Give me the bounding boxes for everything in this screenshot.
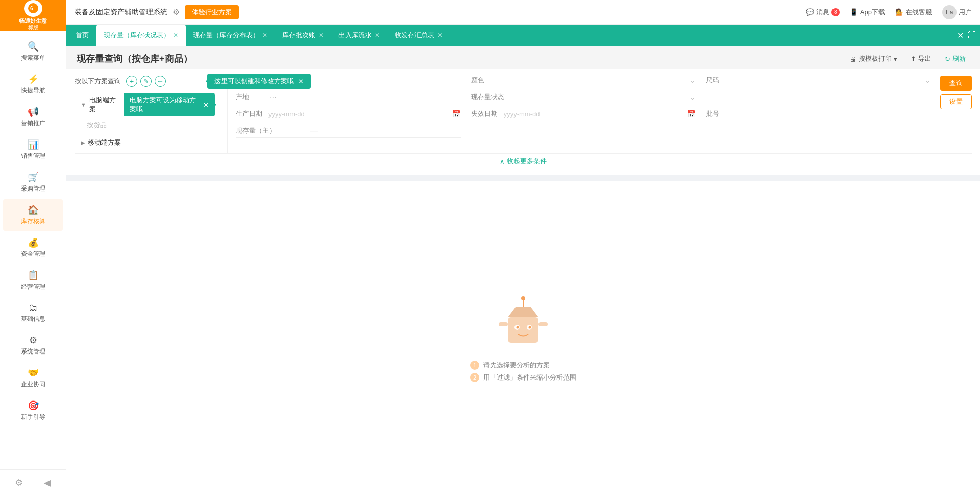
sidebar-item-basic[interactable]: 🗂 基础信息 xyxy=(3,297,63,328)
size-label: 尺码 xyxy=(706,76,737,85)
refresh-button[interactable]: ↻ 刷新 xyxy=(941,52,970,65)
exp-date-input[interactable] xyxy=(504,110,685,118)
filter-field-color: 颜色 ⌄ xyxy=(471,76,696,87)
batch-no-input[interactable] xyxy=(740,110,931,118)
filter-field-batch-no: 批号 xyxy=(706,109,931,121)
tab-batch[interactable]: 库存批次账 ✕ xyxy=(275,25,331,46)
app-download-label: App下载 xyxy=(860,8,885,17)
sidebar-item-label: 库存核算 xyxy=(21,217,45,226)
print-icon: 🖨 xyxy=(850,55,856,63)
sidebar-item-finance[interactable]: 💰 资金管理 xyxy=(3,232,63,264)
page-header: 现存量查询（按仓库+商品） 🖨 按模板打印 ▾ ⬆ 导出 ↻ 刷新 xyxy=(66,46,980,69)
collapse-bar[interactable]: ∧ 收起更多条件 xyxy=(75,153,972,169)
prod-date-input[interactable] xyxy=(268,110,450,118)
sidebar-item-marketing[interactable]: 📢 营销推广 xyxy=(3,101,63,133)
search-button[interactable]: 查询 xyxy=(940,76,972,91)
print-button[interactable]: 🖨 按模板打印 ▾ xyxy=(846,52,901,65)
chevron-down-icon: ▼ xyxy=(81,102,86,108)
qty-label: 现存量（主） xyxy=(236,126,276,135)
reset-button[interactable]: 设置 xyxy=(940,94,972,109)
svg-point-0 xyxy=(28,3,38,13)
sidebar-item-purchase[interactable]: 🛒 采购管理 xyxy=(3,167,63,198)
add-scheme-button[interactable]: + xyxy=(126,76,137,87)
svg-rect-2 xyxy=(508,317,538,343)
size-chevron-icon[interactable]: ⌄ xyxy=(925,76,931,84)
tab-inout[interactable]: 出入库流水 ✕ xyxy=(331,25,387,46)
sidebar-item-guide[interactable]: 🎯 新手引导 xyxy=(3,395,63,427)
arrow-scheme-button[interactable]: ← xyxy=(155,76,166,87)
collab-icon: 🤝 xyxy=(28,367,39,379)
status-chevron-icon[interactable]: ⌄ xyxy=(690,93,696,101)
scheme-mobile-label: 移动端方案 xyxy=(88,138,121,147)
tab-close-icon[interactable]: ✕ xyxy=(318,32,324,39)
fullscreen-icon[interactable]: ⛶ xyxy=(968,31,976,40)
tabs-actions: ✕ ⛶ xyxy=(957,31,980,40)
tip-text-1: 请先选择要分析的方案 xyxy=(483,361,550,370)
sidebar-logo-text: 畅通好生意 标版 xyxy=(19,18,47,31)
tab-summary[interactable]: 收发存汇总表 ✕ xyxy=(387,25,450,46)
system-name: 装备及固定资产辅助管理系统 xyxy=(75,8,167,17)
nav-icon: ⚡ xyxy=(28,74,39,85)
qty-max-input[interactable] xyxy=(321,127,351,135)
tip-text-2: 用「过滤」条件来缩小分析范围 xyxy=(483,373,576,382)
sidebar-item-sales[interactable]: 📊 销售管理 xyxy=(3,134,63,166)
empty-illustration xyxy=(493,294,554,352)
scheme-group-mobile-header[interactable]: ▶ 移动端方案 xyxy=(75,136,221,149)
tab-inventory-status[interactable]: 现存量（库存状况表） ✕ xyxy=(96,25,186,46)
prod-date-label: 生产日期 xyxy=(236,109,266,119)
user-label: 用户 xyxy=(959,8,972,17)
sidebar: 6 畅通好生意 标版 🔍 搜索菜单 ⚡ 快捷导航 📢 营销推广 📊 销售管理 🛒… xyxy=(0,0,66,495)
page-actions: 🖨 按模板打印 ▾ ⬆ 导出 ↻ 刷新 xyxy=(846,52,970,65)
create-scheme-tooltip: 这里可以创建和修改方案哦 ✕ xyxy=(207,74,311,89)
tab-close-icon[interactable]: ✕ xyxy=(173,32,178,39)
status-label: 现存量状态 xyxy=(471,92,504,102)
message-icon: 💬 xyxy=(806,8,814,16)
settings-gear-icon[interactable]: ⚙ xyxy=(173,7,180,17)
svg-rect-10 xyxy=(538,322,548,326)
chevron-down-icon[interactable]: ⌄ xyxy=(690,76,696,84)
exp-calendar-icon[interactable]: 📅 xyxy=(687,110,696,118)
page-title: 现存量查询（按仓库+商品） xyxy=(77,53,192,65)
tab-inventory-dist[interactable]: 现存量（库存分布表） ✕ xyxy=(186,25,275,46)
sidebar-item-operations[interactable]: 📋 经营管理 xyxy=(3,265,63,296)
sidebar-item-search[interactable]: 🔍 搜索菜单 xyxy=(3,36,63,67)
scheme-button[interactable]: 体验行业方案 xyxy=(185,5,239,19)
desktop-tooltip-close[interactable]: ✕ xyxy=(203,101,209,109)
edit-scheme-button[interactable]: ✎ xyxy=(140,76,152,87)
tab-close-icon[interactable]: ✕ xyxy=(262,32,267,39)
finance-icon: 💰 xyxy=(28,237,39,248)
tooltip-text: 这里可以创建和修改方案哦 xyxy=(214,77,294,86)
qty-min-input[interactable] xyxy=(278,127,308,135)
filter-field-size: 尺码 ⌄ xyxy=(706,76,931,87)
scheme-group-desktop-header[interactable]: ▼ 电脑端方案 电脑方案可设为移动方案哦 ✕ xyxy=(75,91,221,119)
app-download-item[interactable]: 📱 App下载 xyxy=(850,8,885,17)
message-item[interactable]: 💬 消息 8 xyxy=(806,8,840,17)
settings-icon[interactable]: ⚙ xyxy=(15,477,23,488)
scheme-group-desktop: ▼ 电脑端方案 电脑方案可设为移动方案哦 ✕ 按货品 xyxy=(75,91,221,132)
sidebar-item-label: 销售管理 xyxy=(21,152,45,160)
user-item[interactable]: Ea 用户 xyxy=(942,5,972,19)
support-item[interactable]: 💁 在线客服 xyxy=(895,8,932,17)
export-button[interactable]: ⬆ 导出 xyxy=(906,52,936,65)
filter-field-exp-date: 失效日期 📅 xyxy=(471,109,696,121)
sidebar-item-label: 系统管理 xyxy=(21,347,45,356)
refresh-icon: ↻ xyxy=(945,55,950,63)
chevron-right-icon: ▶ xyxy=(81,139,85,146)
origin-dots-icon[interactable]: ··· xyxy=(270,92,276,102)
tab-close-icon[interactable]: ✕ xyxy=(437,32,443,39)
tab-close-icon[interactable]: ✕ xyxy=(375,32,380,39)
scheme-list-item[interactable]: 按货品 xyxy=(75,119,221,132)
collapse-sidebar-icon[interactable]: ◀ xyxy=(44,477,51,488)
search-icon: 🔍 xyxy=(28,41,39,52)
sidebar-item-inventory[interactable]: 🏠 库存核算 xyxy=(3,199,63,231)
sidebar-item-nav[interactable]: ⚡ 快捷导航 xyxy=(3,68,63,100)
tab-inventory-status-label: 现存量（库存状况表） xyxy=(104,31,170,40)
tab-home[interactable]: 首页 xyxy=(68,25,96,46)
sidebar-item-system[interactable]: ⚙ 系统管理 xyxy=(3,329,63,361)
sidebar-item-collab[interactable]: 🤝 企业协同 xyxy=(3,362,63,394)
tooltip-close-icon[interactable]: ✕ xyxy=(298,78,304,85)
filter-field-prod-date: 生产日期 📅 xyxy=(236,109,461,121)
calendar-icon[interactable]: 📅 xyxy=(452,110,461,118)
export-icon: ⬆ xyxy=(911,55,916,63)
close-all-tabs-icon[interactable]: ✕ xyxy=(957,31,964,40)
